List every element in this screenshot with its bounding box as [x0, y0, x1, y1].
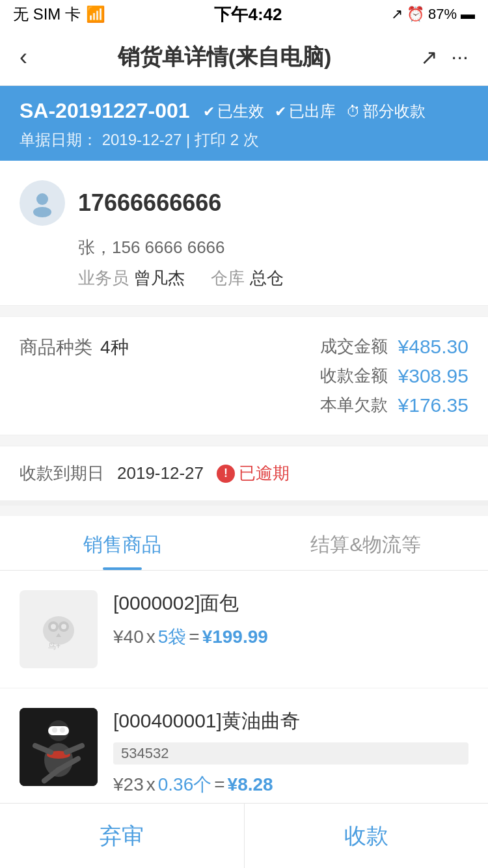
- battery-icon: ▬: [461, 6, 475, 23]
- product-qty-2: 0.36个: [158, 772, 212, 797]
- badge-partial: 部分收款: [346, 101, 426, 122]
- product-total-1: ¥199.99: [202, 627, 268, 647]
- product-thumbnail-2: [20, 708, 98, 786]
- order-number: SA-20191227-001: [20, 99, 190, 123]
- no-sim-text: 无 SIM 卡: [13, 4, 81, 25]
- page-title: 销货单详情(来自电脑): [59, 42, 390, 72]
- price-separator-2: x: [146, 774, 156, 795]
- due-date-section: 收款到期日 2019-12-27 ! 已逾期: [0, 446, 488, 506]
- svg-point-0: [36, 193, 48, 205]
- deal-amount-row: 成交金额 ¥485.30: [320, 335, 468, 358]
- tab-products[interactable]: 销售商品: [0, 516, 244, 570]
- battery-text: 87%: [428, 6, 457, 23]
- product-thumbnail-1: 鸟+: [20, 590, 98, 668]
- product-base-price-1: ¥40: [113, 627, 144, 647]
- deal-amount-value: ¥485.30: [398, 336, 468, 358]
- print-info: | 打印 2 次: [186, 131, 259, 148]
- warehouse-value: 总仓: [250, 267, 284, 290]
- location-icon: ↗: [391, 6, 403, 23]
- list-item: [000400001]黄油曲奇 534532 ¥23 x 0.36个 = ¥8.…: [0, 688, 488, 817]
- status-bar: 无 SIM 卡 📶 下午4:42 ↗ ⏰ 87% ▬: [0, 0, 488, 29]
- product-price-1: ¥40 x 5袋 = ¥199.99: [113, 625, 468, 649]
- order-date: 2019-12-27: [102, 131, 182, 148]
- salesperson-value: 曾凡杰: [134, 267, 185, 290]
- cancel-button[interactable]: 弃审: [0, 804, 245, 868]
- svg-point-2: [43, 616, 74, 645]
- status-badges: 已生效 已出库 部分收款: [203, 101, 426, 122]
- salesperson-info: 业务员 曾凡杰: [78, 267, 185, 290]
- product-price-2: ¥23 x 0.36个 = ¥8.28: [113, 772, 468, 797]
- category-count: 4种: [100, 335, 129, 360]
- price-separator-1: x: [146, 627, 156, 647]
- check-icon-2: [275, 102, 286, 120]
- received-amount-row: 收款金额 ¥308.95: [320, 364, 468, 387]
- avatar: [20, 180, 65, 226]
- tab-bar: 销售商品 结算&物流等: [0, 516, 488, 571]
- customer-section: 17666666666 张，156 6666 6666 业务员 曾凡杰 仓库 总…: [0, 161, 488, 306]
- customer-contact: 张，156 6666 6666: [20, 236, 468, 259]
- product-name-2: [000400001]黄油曲奇: [113, 708, 468, 735]
- due-date-value: 2019-12-27: [117, 463, 204, 483]
- warehouse-info: 仓库 总仓: [211, 267, 284, 290]
- check-icon-1: [203, 102, 215, 120]
- back-button[interactable]: ‹: [20, 44, 59, 71]
- share-button[interactable]: ↗: [420, 45, 438, 70]
- date-label: 单据日期：: [20, 131, 98, 148]
- product-base-price-2: ¥23: [113, 774, 144, 795]
- bottom-bar: 弃审 收款: [0, 803, 488, 868]
- customer-meta: 业务员 曾凡杰 仓库 总仓: [20, 267, 468, 290]
- nav-bar: ‹ 销货单详情(来自电脑) ↗ ···: [0, 29, 488, 86]
- confirm-button[interactable]: 收款: [245, 804, 489, 868]
- alarm-icon: ⏰: [407, 6, 424, 23]
- svg-point-5: [51, 624, 56, 629]
- badge-shipped: 已出库: [275, 101, 336, 122]
- deal-amount-label: 成交金额: [320, 335, 388, 358]
- owed-amount-label: 本单欠款: [320, 394, 388, 416]
- wifi-icon: 📶: [86, 5, 105, 23]
- products-section: 鸟+ [0000002]面包 ¥40 x 5袋 = ¥199.99: [0, 571, 488, 817]
- badge-shipped-label: 已出库: [289, 101, 336, 122]
- equals-2: =: [214, 774, 224, 795]
- overdue-badge: ! 已逾期: [217, 462, 290, 485]
- badge-effective: 已生效: [203, 101, 264, 122]
- product-info-1: [0000002]面包 ¥40 x 5袋 = ¥199.99: [113, 590, 468, 649]
- category-label: 商品种类: [20, 335, 92, 360]
- clock-icon: [346, 102, 360, 120]
- received-amount-label: 收款金额: [320, 364, 388, 387]
- category-info: 商品种类 4种: [20, 335, 129, 360]
- owed-amount-value: ¥176.35: [398, 394, 468, 416]
- received-amount-value: ¥308.95: [398, 365, 468, 387]
- amount-list: 成交金额 ¥485.30 收款金额 ¥308.95 本单欠款 ¥176.35: [320, 335, 468, 416]
- overdue-icon: !: [217, 465, 235, 483]
- overdue-text: 已逾期: [239, 462, 290, 485]
- list-item: 鸟+ [0000002]面包 ¥40 x 5袋 = ¥199.99: [0, 571, 488, 688]
- svg-rect-12: [48, 726, 69, 735]
- svg-point-6: [61, 624, 66, 629]
- svg-text:鸟+: 鸟+: [48, 642, 61, 651]
- product-total-2: ¥8.28: [228, 774, 273, 795]
- nav-actions: ↗ ···: [390, 45, 468, 70]
- customer-phone: 17666666666: [78, 189, 221, 217]
- tab-settlement[interactable]: 结算&物流等: [244, 516, 488, 570]
- status-right: ↗ ⏰ 87% ▬: [391, 6, 475, 23]
- order-date-row: 单据日期： 2019-12-27 | 打印 2 次: [20, 129, 468, 150]
- order-header: SA-20191227-001 已生效 已出库 部分收款 单据日期： 2019-…: [0, 86, 488, 161]
- summary-section: 商品种类 4种 成交金额 ¥485.30 收款金额 ¥308.95 本单欠款 ¥…: [0, 316, 488, 435]
- product-name-1: [0000002]面包: [113, 590, 468, 617]
- more-button[interactable]: ···: [451, 45, 468, 69]
- badge-effective-label: 已生效: [217, 101, 264, 122]
- product-info-2: [000400001]黄油曲奇 534532 ¥23 x 0.36个 = ¥8.…: [113, 708, 468, 797]
- equals-1: =: [189, 627, 199, 647]
- owed-amount-row: 本单欠款 ¥176.35: [320, 394, 468, 416]
- status-left: 无 SIM 卡 📶: [13, 4, 105, 25]
- svg-point-13: [52, 727, 57, 733]
- warehouse-label: 仓库: [211, 267, 245, 290]
- salesperson-label: 业务员: [78, 267, 129, 290]
- svg-point-14: [60, 727, 65, 733]
- due-label: 收款到期日: [20, 462, 104, 485]
- svg-point-1: [33, 207, 51, 217]
- product-tag-2: 534532: [113, 742, 468, 765]
- badge-partial-label: 部分收款: [363, 101, 426, 122]
- product-qty-1: 5袋: [158, 625, 187, 649]
- status-time: 下午4:42: [214, 3, 282, 26]
